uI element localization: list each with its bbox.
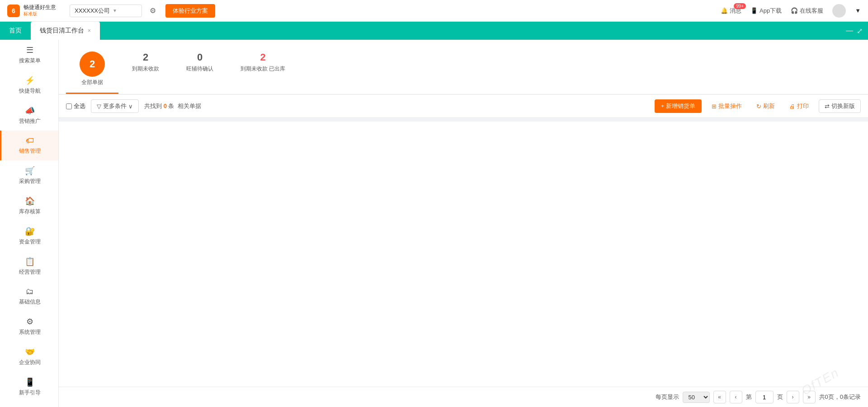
app-download-label: App下载 xyxy=(760,7,782,15)
sidebar-basic-info-label: 基础信息 xyxy=(19,298,41,306)
top-bar: 6 畅捷通好生意 标准版 XXXXXX公司 ▼ ⚙ 体验行业方案 🔔 消息 99… xyxy=(0,0,868,22)
logo-area: 6 畅捷通好生意 标准版 xyxy=(7,4,66,18)
sidebar: ☰ 搜索菜单 ⚡ 快捷导航 📣 营销推广 🏷 销售管理 🛒 采购管理 🏠 库存核… xyxy=(0,40,59,407)
table-area xyxy=(59,122,868,387)
refresh-icon: ↻ xyxy=(756,103,761,110)
content-area: 2 全部单据 2 到期未收款 0 旺辅待确认 2 到期未收款 已出库 xyxy=(59,40,868,407)
stat-tab-all[interactable]: 2 全部单据 xyxy=(66,47,118,94)
page-input[interactable] xyxy=(755,391,774,403)
company-name: XXXXXX公司 xyxy=(75,7,110,15)
avatar[interactable] xyxy=(832,4,846,18)
sidebar-finance-label: 资金管理 xyxy=(19,238,41,246)
empty-state xyxy=(59,122,868,302)
sidebar-item-basic-info[interactable]: 🗂 基础信息 xyxy=(0,281,58,311)
tab-minimize-icon[interactable]: — xyxy=(846,27,853,35)
batch-icon: ⊞ xyxy=(712,103,717,110)
switch-btn-label: 切换新版 xyxy=(831,102,855,110)
sidebar-item-app-center[interactable]: 📦 应用中心 xyxy=(0,402,58,407)
stat-overdue-num: 2 xyxy=(143,51,148,63)
sidebar-item-inventory[interactable]: 🏠 库存核算 xyxy=(0,191,58,221)
toolbar-left: 全选 ▽ 更多条件 ∨ 共找到 0 条 相关单据 xyxy=(66,99,649,113)
page-label: 第 xyxy=(746,393,752,401)
found-text: 共找到 0 条 相关单据 xyxy=(144,102,201,110)
print-btn[interactable]: 🖨 打印 xyxy=(785,100,813,112)
stat-all-circle: 2 xyxy=(80,51,105,79)
page-size-label: 每页显示 xyxy=(656,393,679,401)
sales-icon: 🏷 xyxy=(26,136,34,145)
sidebar-item-system[interactable]: ⚙ 系统管理 xyxy=(0,311,58,342)
page-size-select[interactable]: 50 20 100 xyxy=(683,392,710,403)
stat-overdue-label: 到期未收款 xyxy=(132,65,159,73)
filter-dropdown-icon: ∨ xyxy=(128,103,133,110)
basic-info-icon: 🗂 xyxy=(26,287,34,296)
user-name[interactable]: ▼ xyxy=(855,7,861,14)
sidebar-item-enterprise[interactable]: 🤝 企业协同 xyxy=(0,342,58,372)
tab-workbench[interactable]: 钱货日清工作台 × xyxy=(31,22,100,40)
total-info: 共0页，0条记录 xyxy=(819,393,861,401)
first-page-btn[interactable]: « xyxy=(713,391,726,403)
logo-icon: 6 xyxy=(7,5,20,17)
brand-name: 畅捷通好生意 xyxy=(24,4,56,11)
main-layout: ☰ 搜索菜单 ⚡ 快捷导航 📣 营销推广 🏷 销售管理 🛒 采购管理 🏠 库存核… xyxy=(0,40,868,407)
sidebar-item-guide[interactable]: 📱 新手引导 xyxy=(0,372,58,402)
filter-icon: ▽ xyxy=(97,103,101,110)
more-filters-btn[interactable]: ▽ 更多条件 ∨ xyxy=(91,99,139,113)
search-menu-icon: ☰ xyxy=(26,45,33,55)
sidebar-item-sales[interactable]: 🏷 销售管理 xyxy=(0,131,58,160)
dropdown-arrow-icon: ▼ xyxy=(113,8,117,13)
pagination: 每页显示 50 20 100 « ‹ 第 页 › » 共0页，0条记录 xyxy=(59,387,868,407)
app-download-btn[interactable]: 📱 App下载 xyxy=(750,7,782,15)
bell-icon: 🔔 xyxy=(721,7,728,14)
trial-btn[interactable]: 体验行业方案 xyxy=(165,4,215,18)
marketing-icon: 📣 xyxy=(25,106,35,116)
sidebar-item-operations[interactable]: 📋 经营管理 xyxy=(0,251,58,281)
online-service-label: 在线客服 xyxy=(800,7,823,15)
headset-icon: 🎧 xyxy=(791,7,798,14)
print-icon: 🖨 xyxy=(789,103,795,110)
stat-tab-overdue[interactable]: 2 到期未收款 xyxy=(118,47,173,94)
related-label: 相关单据 xyxy=(178,103,201,109)
toolbar: 全选 ▽ 更多条件 ∨ 共找到 0 条 相关单据 + 新增销货单 ⊞ xyxy=(59,95,868,118)
refresh-btn-label: 刷新 xyxy=(763,102,775,110)
stat-tab-shipped[interactable]: 2 到期未收款 已出库 xyxy=(227,47,299,94)
stat-tab-pending[interactable]: 0 旺辅待确认 xyxy=(173,47,227,94)
top-right-area: 🔔 消息 99+ 📱 App下载 🎧 在线客服 ▼ xyxy=(721,4,861,18)
tab-workbench-label: 钱货日清工作台 xyxy=(40,27,84,35)
message-btn[interactable]: 🔔 消息 99+ xyxy=(721,7,741,15)
sidebar-item-finance[interactable]: 🔐 资金管理 xyxy=(0,221,58,251)
sidebar-item-quick-nav[interactable]: ⚡ 快捷导航 xyxy=(0,70,58,100)
found-unit: 条 xyxy=(168,103,174,109)
inventory-icon: 🏠 xyxy=(25,196,35,206)
select-all-input[interactable] xyxy=(66,103,72,109)
stats-tabs: 2 全部单据 2 到期未收款 0 旺辅待确认 2 到期未收款 已出库 xyxy=(59,40,868,94)
brand-text: 畅捷通好生意 标准版 xyxy=(24,4,56,18)
tab-close-icon[interactable]: × xyxy=(88,28,91,34)
tab-home[interactable]: 首页 xyxy=(0,22,31,40)
switch-version-btn[interactable]: ⇄ 切换新版 xyxy=(819,99,861,113)
online-service-btn[interactable]: 🎧 在线客服 xyxy=(791,7,823,15)
guide-icon: 📱 xyxy=(25,377,35,387)
refresh-btn[interactable]: ↻ 刷新 xyxy=(752,100,779,112)
sidebar-item-purchase[interactable]: 🛒 采购管理 xyxy=(0,160,58,191)
new-sales-order-btn[interactable]: + 新增销货单 xyxy=(655,99,702,113)
prev-page-btn[interactable]: ‹ xyxy=(730,391,742,403)
tab-expand-icon[interactable]: ⤢ xyxy=(857,27,863,35)
sidebar-system-label: 系统管理 xyxy=(19,328,41,336)
sidebar-purchase-label: 采购管理 xyxy=(19,178,41,185)
batch-btn-label: 批量操作 xyxy=(718,102,742,110)
company-selector[interactable]: XXXXXX公司 ▼ xyxy=(70,5,142,17)
page-suffix: 页 xyxy=(777,393,783,401)
next-page-btn[interactable]: › xyxy=(787,391,799,403)
switch-icon: ⇄ xyxy=(825,103,830,110)
last-page-btn[interactable]: » xyxy=(803,391,816,403)
batch-operation-btn[interactable]: ⊞ 批量操作 xyxy=(707,100,746,112)
sidebar-item-marketing[interactable]: 📣 营销推广 xyxy=(0,100,58,131)
sidebar-item-search-menu[interactable]: ☰ 搜索菜单 xyxy=(0,40,58,70)
select-all-checkbox[interactable]: 全选 xyxy=(66,102,85,110)
found-count: 0 xyxy=(164,103,167,109)
toolbar-right: + 新增销货单 ⊞ 批量操作 ↻ 刷新 🖨 打印 ⇄ 切换新版 xyxy=(655,99,861,113)
stat-pending-label: 旺辅待确认 xyxy=(186,65,213,73)
settings-icon[interactable]: ⚙ xyxy=(146,4,160,18)
sidebar-quick-nav-label: 快捷导航 xyxy=(19,87,41,95)
operations-icon: 📋 xyxy=(25,257,35,267)
